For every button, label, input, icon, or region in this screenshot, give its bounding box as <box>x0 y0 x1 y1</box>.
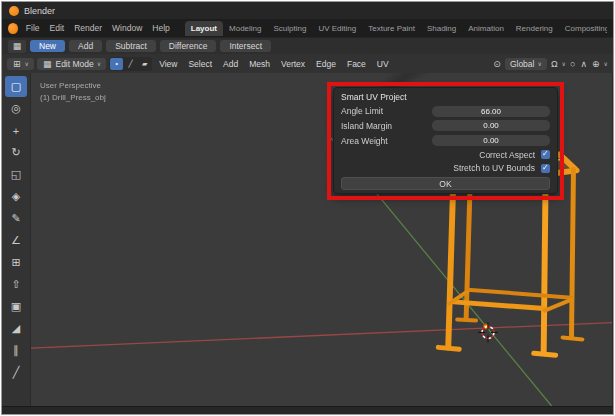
chevron-down-icon: ∨ <box>97 60 101 67</box>
3d-cursor[interactable] <box>478 323 498 343</box>
left-toolbar: ▢ ◎ + ↻ ◱ ◈ ✎ ∠ ⊞ ⇧ ▣ ◢ ∥ ╱ <box>2 73 31 406</box>
stretch-uv-bounds-row: Stretch to UV Bounds <box>341 162 550 176</box>
popup-title: Smart UV Project <box>341 91 550 104</box>
tool-annotate-icon[interactable]: ✎ <box>5 208 27 229</box>
tool-select-box-icon[interactable]: ▢ <box>5 76 27 97</box>
tool-inset-faces-icon[interactable]: ▣ <box>5 296 27 317</box>
menu-file[interactable]: File <box>21 21 45 35</box>
correct-aspect-label: Correct Aspect <box>479 150 535 160</box>
tab-uv-editing[interactable]: UV Editing <box>312 21 362 36</box>
tab-animation[interactable]: Animation <box>462 21 510 36</box>
blender-window: Blender File Edit Render Window Help Lay… <box>1 1 614 415</box>
difference-button[interactable]: Difference <box>160 40 217 52</box>
tool-rotate-icon[interactable]: ↻ <box>5 142 27 163</box>
status-bar <box>2 406 613 414</box>
island-margin-label: Island Margin <box>341 121 432 131</box>
vertex-select-button[interactable]: • <box>110 58 123 70</box>
select-mode-group: • ╱ ▰ <box>109 57 152 71</box>
island-margin-row: Island Margin 0.00 <box>341 119 550 134</box>
tool-extrude-region-icon[interactable]: ⇧ <box>5 274 27 295</box>
menu-select[interactable]: Select <box>184 58 216 70</box>
island-margin-field[interactable]: 0.00 <box>432 120 550 131</box>
tool-move-icon[interactable]: + <box>5 120 27 141</box>
falloff-icon[interactable]: ∧ <box>579 59 588 69</box>
face-select-button[interactable]: ▰ <box>138 58 151 70</box>
correct-aspect-row: Correct Aspect <box>341 148 550 162</box>
stretch-uv-bounds-label: Stretch to UV Bounds <box>453 163 535 173</box>
menu-window[interactable]: Window <box>107 21 147 35</box>
menu-edit[interactable]: Edit <box>45 21 70 35</box>
tab-sculpting[interactable]: Sculpting <box>267 21 312 36</box>
tool-scale-icon[interactable]: ◱ <box>5 164 27 185</box>
menu-render[interactable]: Render <box>69 21 107 35</box>
menu-uv[interactable]: UV <box>373 58 393 70</box>
menu-edge[interactable]: Edge <box>312 58 340 70</box>
viewport-overlay-text: User Perspective (1) Drill_Press_obj <box>40 80 106 105</box>
tool-measure-icon[interactable]: ∠ <box>5 230 27 251</box>
tab-compositing[interactable]: Compositing <box>559 21 607 36</box>
tool-knife-icon[interactable]: ╱ <box>5 362 27 383</box>
tool-header: ▦ New Add Subtract Difference Intersect <box>2 37 613 54</box>
stretch-uv-bounds-checkbox[interactable] <box>541 164 550 173</box>
menu-face[interactable]: Face <box>343 58 370 70</box>
angle-limit-row: Angle Limit 66.00 <box>341 104 550 119</box>
tool-bevel-icon[interactable]: ◢ <box>5 318 27 339</box>
viewport-header: ⊞ ∨ ▦ Edit Mode ∨ • ╱ ▰ View Select Add … <box>2 54 613 73</box>
window-title: Blender <box>24 6 55 16</box>
pivot-point-icon[interactable]: ⊙ <box>492 59 502 69</box>
angle-limit-field[interactable]: 66.00 <box>432 106 550 117</box>
new-button[interactable]: New <box>30 40 65 52</box>
tab-shading[interactable]: Shading <box>421 21 462 36</box>
smart-uv-project-popup: Smart UV Project Angle Limit 66.00 Islan… <box>333 87 558 194</box>
tool-add-cube-icon[interactable]: ⊞ <box>5 252 27 273</box>
view-perspective-label: User Perspective <box>40 80 106 92</box>
proportional-editing-icon[interactable]: ○ <box>569 59 576 69</box>
menu-mesh[interactable]: Mesh <box>245 58 274 70</box>
area-weight-row: Area Weight 0.00 <box>341 133 550 148</box>
chevron-down-icon[interactable]: ∨ <box>604 60 608 67</box>
correct-aspect-checkbox[interactable] <box>541 150 550 159</box>
edge-select-button[interactable]: ╱ <box>124 58 137 70</box>
snap-magnet-icon[interactable]: Ω <box>550 59 559 69</box>
titlebar: Blender <box>2 2 613 19</box>
object-name-label: (1) Drill_Press_obj <box>40 92 106 104</box>
tab-rendering[interactable]: Rendering <box>510 21 559 36</box>
area-weight-field[interactable]: 0.00 <box>432 135 550 146</box>
tab-texture-paint[interactable]: Texture Paint <box>362 21 421 36</box>
add-button[interactable]: Add <box>69 40 102 52</box>
tab-layout[interactable]: Layout <box>185 21 223 36</box>
app-menu-icon[interactable] <box>8 23 18 34</box>
tool-cursor-icon[interactable]: ◎ <box>5 98 27 119</box>
menu-add[interactable]: Add <box>219 58 242 70</box>
workspace-tabs: Layout Modeling Sculpting UV Editing Tex… <box>185 21 607 36</box>
top-menubar: File Edit Render Window Help Layout Mode… <box>2 19 613 37</box>
mode-dropdown[interactable]: ▦ Edit Mode ∨ <box>37 58 106 70</box>
menu-vertex[interactable]: Vertex <box>277 58 309 70</box>
menu-view[interactable]: View <box>155 58 181 70</box>
subtract-button[interactable]: Subtract <box>106 40 156 52</box>
overlay-options-icon[interactable]: ⊕ <box>591 59 601 69</box>
area-weight-label: Area Weight <box>341 136 432 146</box>
chevron-down-icon: ∨ <box>537 60 541 67</box>
menu-help[interactable]: Help <box>147 21 174 35</box>
blender-logo-icon <box>9 6 19 16</box>
snap-settings-chevron-icon[interactable]: ∨ <box>562 60 566 67</box>
orientation-dropdown[interactable]: Global ∨ <box>505 58 547 70</box>
ok-button[interactable]: OK <box>341 177 550 190</box>
orientation-label: Global <box>510 59 535 69</box>
mode-label: Edit Mode <box>55 59 93 69</box>
editor-type-dropdown[interactable]: ⊞ ∨ <box>7 58 34 70</box>
tab-modeling[interactable]: Modeling <box>223 21 267 36</box>
intersect-button[interactable]: Intersect <box>220 40 271 52</box>
chevron-down-icon: ∨ <box>25 60 29 67</box>
tool-loop-cut-icon[interactable]: ∥ <box>5 340 27 361</box>
mode-icon: ▦ <box>42 59 53 69</box>
editor-type-icon: ⊞ <box>12 59 22 69</box>
tool-transform-icon[interactable]: ◈ <box>5 186 27 207</box>
active-tool-icon[interactable]: ▦ <box>8 40 26 53</box>
angle-limit-label: Angle Limit <box>341 106 432 116</box>
